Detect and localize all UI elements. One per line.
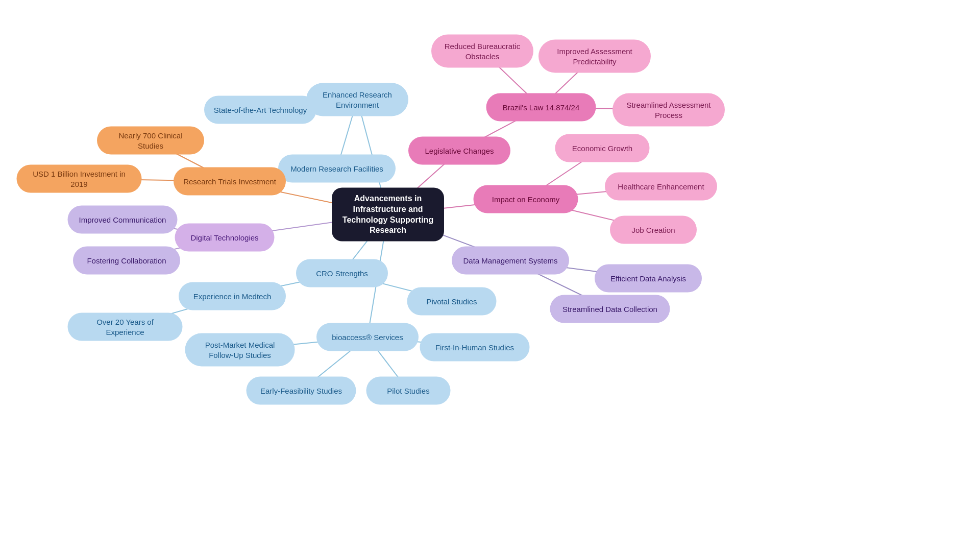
node-over-20[interactable]: Over 20 Years of Experience: [68, 313, 183, 341]
node-enhanced-research[interactable]: Enhanced Research Environment: [306, 83, 408, 116]
node-nearly-700[interactable]: Nearly 700 Clinical Studies: [97, 127, 204, 155]
node-research-trials[interactable]: Research Trials Investment: [174, 167, 286, 196]
node-state-art[interactable]: State-of-the-Art Technology: [204, 96, 316, 124]
node-impact-economy[interactable]: Impact on Economy: [474, 185, 578, 213]
node-economic-growth[interactable]: Economic Growth: [555, 134, 650, 162]
mindmap-container: Advancements in Infrastructure and Techn…: [0, 0, 980, 553]
node-brazils-law[interactable]: Brazil's Law 14.874/24: [486, 93, 596, 122]
connections-svg: [0, 0, 980, 553]
node-post-market[interactable]: Post-Market Medical Follow-Up Studies: [185, 333, 295, 367]
node-fostering[interactable]: Fostering Collaboration: [73, 247, 180, 275]
node-improved-assess[interactable]: Improved Assessment Predictability: [538, 40, 651, 73]
node-early-feasibility[interactable]: Early-Feasibility Studies: [247, 377, 356, 405]
node-experience-medtech[interactable]: Experience in Medtech: [179, 282, 286, 310]
node-reduced-bureau[interactable]: Reduced Bureaucratic Obstacles: [431, 35, 533, 68]
node-modern-facilities[interactable]: Modern Research Facilities: [278, 155, 396, 183]
node-cro-strengths[interactable]: CRO Strengths: [296, 259, 388, 287]
node-improved-comm[interactable]: Improved Communication: [68, 206, 178, 234]
node-usd-billion[interactable]: USD 1 Billion Investment in 2019: [17, 165, 142, 193]
node-bioaccess[interactable]: bioaccess® Services: [316, 323, 419, 351]
node-pilot-studies[interactable]: Pilot Studies: [366, 377, 451, 405]
center-node[interactable]: Advancements in Infrastructure and Techn…: [332, 188, 444, 242]
node-pivotal[interactable]: Pivotal Studies: [407, 287, 497, 316]
node-legislative[interactable]: Legislative Changes: [408, 137, 510, 165]
node-first-human[interactable]: First-In-Human Studies: [420, 333, 530, 362]
node-job-creation[interactable]: Job Creation: [610, 216, 697, 244]
node-digital-tech[interactable]: Digital Technologies: [175, 224, 275, 252]
node-efficient-data[interactable]: Efficient Data Analysis: [595, 265, 702, 293]
node-streamlined-data[interactable]: Streamlined Data Collection: [550, 295, 670, 323]
node-data-mgmt[interactable]: Data Management Systems: [452, 247, 569, 275]
node-healthcare[interactable]: Healthcare Enhancement: [605, 173, 717, 201]
node-streamlined[interactable]: Streamlined Assessment Process: [612, 93, 725, 127]
